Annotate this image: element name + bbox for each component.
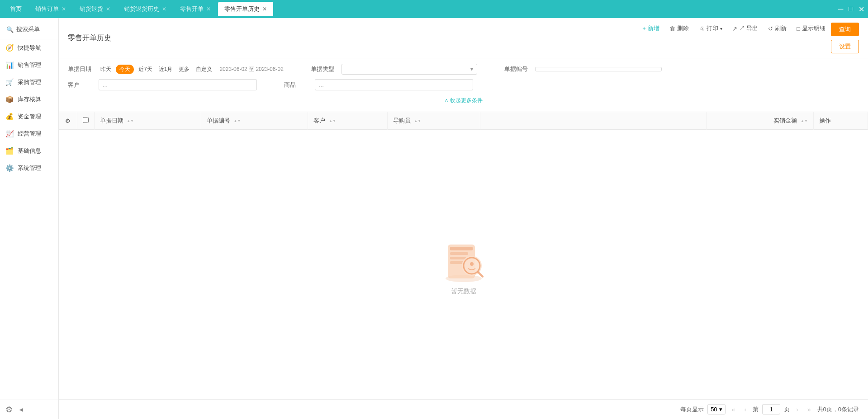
per-page-value: 50	[711, 406, 717, 413]
collapse-button[interactable]: ∧ 收起更多条件	[68, 95, 859, 106]
search-icon: 🔍	[6, 26, 14, 33]
more-btn[interactable]: 更多	[177, 65, 191, 74]
tab-retail-open-close[interactable]: ✕	[206, 6, 211, 12]
today-btn[interactable]: 今天	[116, 65, 134, 74]
sidebar-collapse-icon[interactable]: ◄	[18, 406, 24, 413]
col-guide[interactable]: 导购员 ▲▼	[387, 112, 480, 130]
per-page-select[interactable]: 50 ▾	[707, 404, 725, 414]
sidebar-item-quick-nav-label: 快捷导航	[18, 44, 41, 52]
col-doc-no-sort[interactable]: ▲▼	[234, 119, 241, 123]
sidebar-item-base-info[interactable]: 🗂️ 基础信息	[0, 142, 58, 160]
col-doc-date-sort[interactable]: ▲▼	[127, 119, 134, 123]
page-title: 零售开单历史	[68, 33, 111, 43]
export-button[interactable]: ↗ ↗ 导出	[730, 23, 761, 34]
doc-type-select[interactable]: ▾	[342, 64, 477, 75]
doc-no-input[interactable]	[535, 67, 662, 71]
svg-rect-4	[450, 257, 466, 259]
svg-line-8	[478, 272, 483, 277]
delete-button[interactable]: 🗑 删除	[667, 23, 692, 34]
select-all-checkbox[interactable]	[83, 117, 89, 123]
goods-placeholder: ...	[319, 81, 324, 88]
col-customer[interactable]: 客户 ▲▼	[308, 112, 387, 130]
maximize-icon[interactable]: □	[849, 5, 853, 14]
sidebar-item-operations-label: 经营管理	[18, 130, 41, 138]
tab-sales-return-close[interactable]: ✕	[106, 6, 110, 12]
sidebar-item-quick-nav[interactable]: 🧭 快捷导航	[0, 39, 58, 56]
last7-btn[interactable]: 近7天	[137, 65, 154, 74]
filter-panel: 单据日期 昨天 今天 近7天 近1月 更多 自定义 2023-06-02 至 2…	[59, 58, 868, 112]
tab-sales-return-label: 销货退货	[80, 5, 103, 13]
data-table: ⚙ 单据日期 ▲▼ 单据编号 ▲▼	[59, 112, 868, 130]
custom-btn[interactable]: 自定义	[194, 65, 214, 74]
tab-sales-return-history-close[interactable]: ✕	[162, 6, 166, 12]
sidebar-item-operations[interactable]: 📈 经营管理	[0, 125, 58, 142]
customer-input[interactable]: ...	[99, 79, 257, 90]
export-label: ↗ 导出	[739, 24, 759, 33]
col-doc-date[interactable]: 单据日期 ▲▼	[94, 112, 201, 130]
col-customer-sort[interactable]: ▲▼	[329, 119, 336, 123]
sidebar-item-finance[interactable]: 💰 资金管理	[0, 108, 58, 125]
query-button[interactable]: 查询	[831, 23, 859, 36]
base-info-icon: 🗂️	[5, 147, 14, 155]
table-settings-icon[interactable]: ⚙	[65, 118, 71, 124]
search-menu-button[interactable]: 🔍 搜索采单	[5, 24, 54, 35]
collapse-label: ∧ 收起更多条件	[444, 97, 483, 104]
first-page-btn[interactable]: «	[729, 405, 738, 414]
sidebar-item-purchase-mgmt-label: 采购管理	[18, 78, 41, 86]
print-label: 打印	[707, 24, 718, 33]
col-doc-no[interactable]: 单据编号 ▲▼	[201, 112, 308, 130]
sidebar-item-sys-mgmt[interactable]: ⚙️ 系统管理	[0, 160, 58, 177]
last-page-btn[interactable]: »	[805, 405, 814, 414]
sidebar-item-inventory-label: 库存核算	[18, 95, 41, 104]
sidebar-item-sys-mgmt-label: 系统管理	[18, 164, 41, 172]
close-icon[interactable]: ✕	[859, 5, 864, 14]
setting-button[interactable]: 设置	[831, 40, 859, 53]
tab-retail-history-close[interactable]: ✕	[262, 6, 267, 12]
add-button[interactable]: + 新增	[640, 23, 662, 34]
date-shortcuts: 昨天 今天 近7天 近1月 更多 自定义	[99, 65, 214, 74]
refresh-button[interactable]: ↺ 刷新	[765, 23, 789, 34]
refresh-label: 刷新	[775, 24, 787, 33]
sidebar: 🔍 搜索采单 🧭 快捷导航 📊 销售管理 🛒 采购管理 📦 库存核算 💰 资金管…	[0, 18, 59, 419]
customer-filter-group: 客户 ...	[68, 79, 257, 90]
tab-sales-return[interactable]: 销货退货 ✕	[73, 2, 117, 16]
tab-retail-open[interactable]: 零售开单 ✕	[174, 2, 217, 16]
svg-rect-5	[450, 261, 464, 264]
print-button[interactable]: 🖨 打印 ▾	[696, 23, 725, 34]
page-label: 第	[753, 405, 759, 414]
col-guide-label: 导购员	[393, 117, 411, 124]
display-detail-button[interactable]: □ 显示明细	[794, 23, 828, 34]
table-checkbox-col[interactable]	[77, 112, 94, 130]
col-doc-no-label: 单据编号	[207, 117, 230, 124]
col-doc-date-label: 单据日期	[100, 117, 123, 124]
tab-sales-return-history[interactable]: 销货退货历史 ✕	[118, 2, 173, 16]
sidebar-item-inventory[interactable]: 📦 库存核算	[0, 91, 58, 108]
tab-home[interactable]: 首页	[4, 2, 28, 16]
tab-retail-open-label: 零售开单	[180, 5, 204, 13]
col-amount-label: 实销金额	[773, 117, 797, 124]
tab-sales-order-close[interactable]: ✕	[62, 6, 66, 12]
delete-label: 删除	[677, 24, 689, 33]
goods-input[interactable]: ...	[315, 79, 473, 90]
doc-no-label: 单据编号	[504, 65, 531, 73]
tab-retail-history[interactable]: 零售开单历史 ✕	[218, 2, 273, 16]
window-controls: ─ □ ✕	[838, 5, 864, 14]
col-amount[interactable]: 实销金额 ▲▼	[707, 112, 813, 130]
date-range: 2023-06-02 至 2023-06-02	[219, 66, 283, 73]
sidebar-item-base-info-label: 基础信息	[18, 147, 41, 155]
col-guide-sort[interactable]: ▲▼	[414, 119, 421, 123]
next-page-btn[interactable]: ›	[793, 405, 801, 414]
sidebar-settings-icon[interactable]: ⚙	[5, 405, 13, 414]
col-amount-sort[interactable]: ▲▼	[801, 119, 808, 123]
sidebar-item-purchase-mgmt[interactable]: 🛒 采购管理	[0, 74, 58, 91]
page-input[interactable]	[762, 404, 780, 414]
table-settings-col[interactable]: ⚙	[59, 112, 77, 130]
yesterday-btn[interactable]: 昨天	[99, 65, 113, 74]
last-month-btn[interactable]: 近1月	[157, 65, 175, 74]
per-page-arrow: ▾	[719, 406, 722, 413]
prev-page-btn[interactable]: ‹	[741, 405, 749, 414]
minimize-icon[interactable]: ─	[838, 5, 843, 14]
sidebar-item-sales-mgmt[interactable]: 📊 销售管理	[0, 56, 58, 74]
tab-sales-order[interactable]: 销售订单 ✕	[29, 2, 72, 16]
svg-point-9	[470, 262, 474, 266]
